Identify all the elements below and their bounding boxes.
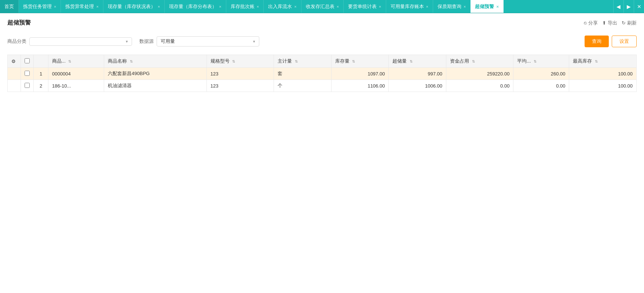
col-spec[interactable]: 规格型号 ⇅ — [206, 55, 274, 68]
close-tab-stock-dist[interactable]: × — [219, 4, 221, 9]
query-button[interactable]: 查询 — [585, 36, 609, 47]
col-unit[interactable]: 主计量 ⇅ — [274, 55, 332, 68]
nav-item-overstock[interactable]: 超储预警 × — [471, 0, 503, 13]
close-tab-overstock[interactable]: × — [496, 4, 498, 9]
row-num-1: 2 — [34, 80, 48, 92]
sort-max-stock: ⇅ — [595, 59, 598, 63]
nav-item-order-stats[interactable]: 要货单统计表 × — [344, 0, 386, 13]
nav-next-button[interactable]: ▶ — [623, 0, 634, 13]
data-source-select[interactable]: 可用量 ▾ — [157, 36, 259, 47]
col-checkbox[interactable] — [21, 55, 34, 68]
sort-unit: ⇅ — [295, 59, 298, 63]
row-max-stock-0: 100.00 — [569, 68, 637, 80]
share-icon: ⎋ — [584, 20, 587, 26]
col-settings[interactable]: ⚙ — [8, 55, 21, 68]
col-avg[interactable]: 平均... ⇅ — [513, 55, 569, 68]
row-avg-1: 0.00 — [513, 80, 569, 92]
row-max-stock-1: 100.00 — [569, 80, 637, 92]
export-icon: ⬆ — [602, 20, 606, 26]
nav-item-task[interactable]: 拣货任务管理 × — [19, 0, 61, 13]
filter-actions: 查询 设置 — [585, 36, 637, 47]
sort-avg: ⇅ — [534, 59, 537, 63]
row-product-name-0: 六配套新昌490BPG — [104, 68, 207, 80]
col-product-code[interactable]: 商品... ⇅ — [48, 55, 104, 68]
nav-item-expiry[interactable]: 保质期查询 × — [433, 0, 471, 13]
data-source-group: 数据源 可用量 ▾ — [139, 36, 259, 47]
close-tab-inout[interactable]: × — [294, 4, 296, 9]
row-spec-0: 123 — [206, 68, 274, 80]
refresh-icon: ↻ — [622, 20, 626, 26]
table-row: 1 0000004 六配套新昌490BPG 123 套 1097.00 997.… — [8, 68, 637, 80]
table-row: 2 186-10... 机油滤清器 123 个 1106.00 1006.00 … — [8, 80, 637, 92]
row-gear-0 — [8, 68, 21, 80]
col-product-name[interactable]: 商品名称 ⇅ — [104, 55, 207, 68]
col-product-name-label: 商品名称 — [108, 58, 127, 64]
top-nav: 首页 拣货任务管理 × 拣货异常处理 × 现存量（库存状况表） × 现存量（库存… — [0, 0, 644, 13]
row-unit-1: 个 — [274, 80, 332, 92]
nav-item-inout[interactable]: 出入库流水 × — [264, 0, 301, 13]
page-content: 超储预警 ⎋ 分享 ⬆ 导出 ↻ 刷新 商品分类 ▾ 数据源 — [0, 13, 644, 293]
product-category-select[interactable]: ▾ — [29, 37, 132, 46]
sort-product-name: ⇅ — [130, 59, 133, 63]
row-product-name-1: 机油滤清器 — [104, 80, 207, 92]
col-stock[interactable]: 库存量 ⇅ — [331, 55, 389, 68]
col-num — [34, 55, 48, 68]
page-header: 超储预警 ⎋ 分享 ⬆ 导出 ↻ 刷新 — [7, 19, 637, 27]
row-overstock-1: 1006.00 — [389, 80, 446, 92]
nav-item-stock-status[interactable]: 现存量（库存状况表） × — [103, 0, 165, 13]
nav-item-exception[interactable]: 拣货异常处理 × — [61, 0, 103, 13]
page-title: 超储预警 — [7, 19, 31, 27]
sort-spec: ⇅ — [232, 59, 235, 63]
row-capital-1: 0.00 — [446, 80, 513, 92]
data-table: ⚙ 商品... ⇅ 商品名称 ⇅ 规格型号 ⇅ — [7, 55, 637, 92]
close-tab-summary[interactable]: × — [337, 4, 339, 9]
nav-item-summary[interactable]: 收发存汇总表 × — [301, 0, 344, 13]
close-tab-order-stats[interactable]: × — [379, 4, 381, 9]
row-checkbox-cell-0[interactable] — [21, 68, 34, 80]
col-capital[interactable]: 资金占用 ⇅ — [446, 55, 513, 68]
col-product-code-label: 商品... — [52, 58, 66, 64]
row-capital-0: 259220.00 — [446, 68, 513, 80]
close-tab-expiry[interactable]: × — [464, 4, 466, 9]
settings-button[interactable]: 设置 — [612, 36, 637, 47]
row-spec-1: 123 — [206, 80, 274, 92]
nav-prev-button[interactable]: ◀ — [613, 0, 623, 13]
close-tab-available[interactable]: × — [426, 4, 428, 9]
nav-item-home[interactable]: 首页 — [0, 0, 19, 13]
col-max-stock[interactable]: 最高库存 ⇅ — [569, 55, 637, 68]
product-category-group: 商品分类 ▾ — [7, 37, 132, 46]
sort-product-code: ⇅ — [68, 59, 71, 63]
nav-item-available[interactable]: 可用量库存账本 × — [386, 0, 433, 13]
close-tab-stock-status[interactable]: × — [158, 4, 160, 9]
product-category-label: 商品分类 — [7, 38, 26, 45]
sort-stock: ⇅ — [352, 59, 355, 63]
row-stock-1: 1106.00 — [331, 80, 389, 92]
col-max-stock-label: 最高库存 — [573, 58, 592, 64]
refresh-button[interactable]: ↻ 刷新 — [622, 20, 637, 26]
table-header-row: ⚙ 商品... ⇅ 商品名称 ⇅ 规格型号 ⇅ — [8, 55, 637, 68]
export-button[interactable]: ⬆ 导出 — [602, 20, 617, 26]
nav-close-button[interactable]: ✕ — [634, 0, 644, 13]
share-button[interactable]: ⎋ 分享 — [584, 20, 598, 26]
product-category-arrow: ▾ — [126, 39, 128, 44]
gear-icon: ⚙ — [11, 59, 16, 64]
row-checkbox-1[interactable] — [25, 83, 30, 88]
close-tab-task[interactable]: × — [54, 4, 56, 9]
close-tab-batch[interactable]: × — [257, 4, 259, 9]
row-num-0: 1 — [34, 68, 48, 80]
row-stock-0: 1097.00 — [331, 68, 389, 80]
col-capital-label: 资金占用 — [450, 58, 469, 64]
row-avg-0: 260.00 — [513, 68, 569, 80]
sort-overstock: ⇅ — [410, 59, 413, 63]
row-checkbox-cell-1[interactable] — [21, 80, 34, 92]
col-avg-label: 平均... — [517, 58, 531, 64]
header-actions: ⎋ 分享 ⬆ 导出 ↻ 刷新 — [584, 20, 637, 26]
row-checkbox-0[interactable] — [25, 71, 30, 76]
row-product-code-1: 186-10... — [48, 80, 104, 92]
col-overstock[interactable]: 超储量 ⇅ — [389, 55, 446, 68]
data-source-arrow: ▾ — [253, 39, 255, 44]
nav-item-stock-dist[interactable]: 现存量（库存分布表） × — [165, 0, 226, 13]
close-tab-exception[interactable]: × — [96, 4, 98, 9]
select-all-checkbox[interactable] — [25, 58, 30, 63]
nav-item-batch[interactable]: 库存批次账 × — [226, 0, 264, 13]
